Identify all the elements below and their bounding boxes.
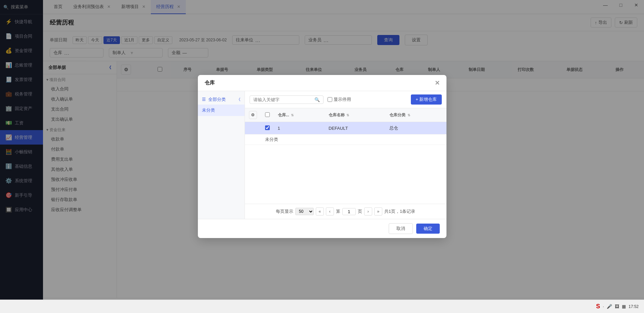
modal-page-size-select[interactable]: 50 20 100: [295, 208, 314, 215]
warehouse-modal: 仓库 ✕ ☰ 全部分类 《 未分类: [198, 75, 446, 238]
taskbar: S · 🎤 🖼 ▦ 17:52: [0, 300, 644, 313]
pagination-first-button[interactable]: «: [316, 207, 324, 216]
sort-category-icon: ⇅: [407, 113, 410, 117]
warehouse-table: ⚙ 仓库... ⇅ 仓库名称: [245, 108, 446, 145]
modal-left-header: ☰ 全部分类 《: [198, 94, 245, 105]
taskbar-icon-filter: ▦: [622, 304, 626, 309]
modal-footer: 取消 确定: [198, 219, 446, 238]
uncategorized-item[interactable]: 未分类: [198, 105, 245, 116]
category-collapse-icon[interactable]: 《: [237, 97, 241, 103]
taskbar-icon-dot: ·: [603, 304, 604, 309]
all-categories-label: ☰ 全部分类: [202, 96, 226, 103]
modal-right: 🔍 显示停用 + 新增仓库: [245, 91, 446, 219]
modal-body: ☰ 全部分类 《 未分类 🔍: [198, 91, 446, 219]
row-id-cell: 1: [274, 122, 325, 134]
modal-col-code: 仓库... ⇅: [274, 108, 325, 122]
modal-toolbar: 🔍 显示停用 + 新增仓库: [245, 91, 446, 108]
modal-close-button[interactable]: ✕: [435, 80, 440, 86]
taskbar-icon-mic: 🎤: [607, 304, 612, 309]
show-disabled-label: 显示停用: [328, 96, 351, 103]
taskbar-time: 17:52: [629, 304, 639, 309]
modal-table-settings-icon[interactable]: ⚙: [249, 111, 257, 119]
cancel-button[interactable]: 取消: [389, 223, 413, 234]
taskbar-icons: S · 🎤 🖼 ▦: [596, 303, 626, 310]
table-row[interactable]: 1 DEFAULT 总仓: [245, 122, 446, 134]
modal-header: 仓库 ✕: [198, 75, 446, 91]
sort-code-icon: ⇅: [291, 113, 294, 117]
pagination-last-button[interactable]: »: [374, 207, 382, 216]
window-controls: — □ ✕: [598, 0, 644, 10]
maximize-button[interactable]: □: [613, 0, 629, 10]
modal-col-category: 仓库分类 ⇅: [385, 108, 446, 122]
row-name-cell: 总仓: [385, 122, 446, 134]
modal-col-settings: ⚙: [245, 108, 261, 122]
pagination-prev-button[interactable]: ‹: [326, 207, 334, 216]
modal-page-size-label: 每页显示: [276, 208, 293, 214]
taskbar-icon-s: S: [596, 303, 600, 310]
modal-title: 仓库: [205, 80, 215, 86]
row-code-cell: DEFAULT: [325, 122, 385, 134]
sort-name-icon: ⇅: [346, 113, 349, 117]
confirm-button[interactable]: 确定: [416, 224, 440, 234]
pagination-next-button[interactable]: ›: [364, 207, 372, 216]
pagination-page-label: 算: [336, 208, 340, 214]
add-warehouse-button[interactable]: + 新增仓库: [411, 94, 441, 105]
modal-category-panel: ☰ 全部分类 《 未分类: [198, 91, 245, 219]
row-checkbox-cell: [261, 122, 274, 134]
modal-select-all[interactable]: [265, 112, 270, 117]
row-checkbox[interactable]: [265, 125, 270, 130]
pagination-page-unit: 页: [358, 208, 362, 214]
modal-table: ⚙ 仓库... ⇅ 仓库名称: [245, 108, 446, 204]
minimize-button[interactable]: —: [598, 0, 613, 10]
modal-pagination: 每页显示 50 20 100 « ‹ 算 页 › » 共1页，1条记录: [245, 204, 446, 219]
modal-search-input[interactable]: [253, 97, 312, 102]
modal-col-name: 仓库名称 ⇅: [325, 108, 385, 122]
search-icon: 🔍: [314, 97, 320, 102]
taskbar-icon-img: 🖼: [615, 304, 619, 309]
pagination-total: 共1页，1条记录: [384, 208, 415, 214]
row-category-cell: 未分类: [245, 134, 446, 145]
show-disabled-checkbox[interactable]: [328, 97, 332, 102]
table-row-category: 未分类: [245, 134, 446, 145]
row-settings-cell: [245, 122, 261, 134]
close-button[interactable]: ✕: [629, 0, 644, 10]
modal-search-box: 🔍: [250, 95, 324, 104]
modal-overlay[interactable]: 仓库 ✕ ☰ 全部分类 《 未分类: [0, 0, 644, 313]
modal-table-header: ⚙ 仓库... ⇅ 仓库名称: [245, 108, 446, 122]
pagination-page-input[interactable]: [342, 208, 356, 215]
modal-col-checkbox: [261, 108, 274, 122]
